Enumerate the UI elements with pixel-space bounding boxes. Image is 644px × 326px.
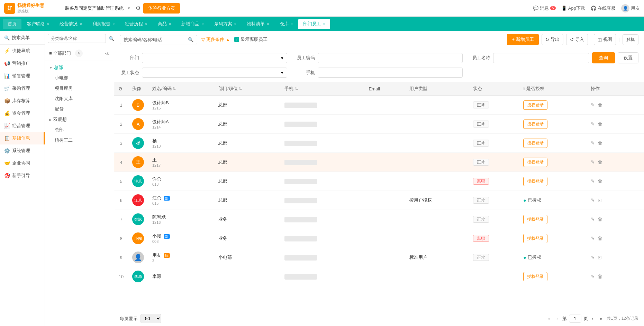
dept-node-project[interactable]: 项目库房 — [45, 83, 114, 94]
row-auth[interactable]: 授权登录 — [519, 267, 587, 286]
tab-bom[interactable]: 物料清单 × — [242, 19, 274, 29]
filter-status-select[interactable]: ▾ — [142, 68, 287, 78]
filter-dept-select[interactable]: ▾ — [142, 53, 287, 63]
sidebar-item-guide[interactable]: 🎯 新手引导 — [0, 169, 45, 182]
sidebar-item-purchase[interactable]: 🛒 采购管理 — [0, 82, 45, 95]
delete-icon[interactable]: 🗑 — [598, 140, 602, 146]
row-auth[interactable]: 授权登录 — [519, 210, 587, 229]
row-auth[interactable]: 授权登录 — [519, 96, 587, 115]
dept-collapse-btn[interactable]: ≪ — [105, 51, 110, 56]
page-size-select[interactable]: 50 100 200 — [140, 314, 161, 323]
add-employee-btn[interactable]: + 新增员工 — [507, 34, 538, 45]
page-input[interactable] — [569, 315, 581, 323]
col-phone[interactable]: 手机 ⇅ — [280, 82, 364, 96]
message-btn[interactable]: 💬 消息 5 — [533, 5, 556, 11]
dept-search-input[interactable] — [48, 34, 106, 43]
edit-icon[interactable]: ✎ — [591, 159, 595, 165]
tab-operation[interactable]: 经营情况 × — [55, 19, 87, 29]
auth-btn[interactable]: 授权登录 — [523, 100, 547, 110]
tab-warehouse[interactable]: 仓库 × — [275, 19, 298, 29]
col-name[interactable]: 姓名/编码 ⇅ — [148, 82, 214, 96]
dept-node-distribution[interactable]: 配货 — [45, 104, 114, 114]
next-page-btn[interactable]: › — [590, 315, 596, 323]
app-download-btn[interactable]: 📱 App下载 — [561, 5, 585, 11]
delete-icon[interactable]: 🗑 — [598, 159, 602, 165]
delete-icon[interactable]: 🗑 — [598, 274, 602, 279]
sidebar-search-menu[interactable]: 🔍 搜索菜单 — [0, 31, 45, 45]
filter-set-btn[interactable]: 设置 — [618, 52, 638, 63]
tab-goods[interactable]: 商品 × — [153, 19, 176, 29]
dept-edit-btn[interactable]: ✎ — [75, 50, 83, 57]
edit-icon[interactable]: ✎ — [591, 197, 595, 203]
dept-node-small-elec[interactable]: 小电部 — [45, 73, 114, 83]
filter-search-btn[interactable]: 查询 — [592, 52, 615, 63]
export-btn[interactable]: ↻ 导出 — [542, 34, 563, 45]
sidebar-item-management[interactable]: 📈 经营管理 — [0, 120, 45, 132]
dept-node-planting[interactable]: 植树王二 — [45, 135, 114, 146]
copy-icon[interactable]: ⊡ — [598, 197, 602, 203]
tab-barcode[interactable]: 条码方案 × — [209, 19, 241, 29]
delete-icon[interactable]: 🗑 — [598, 121, 602, 127]
sidebar-item-finance[interactable]: 💰 资金管理 — [0, 107, 45, 120]
auth-btn[interactable]: 授权登录 — [523, 120, 547, 129]
sidebar-item-collab[interactable]: 🤝 企业协同 — [0, 157, 45, 169]
auth-btn[interactable]: 授权登录 — [523, 177, 547, 186]
filter-empcode-input[interactable] — [318, 53, 463, 63]
dropdown-arrow[interactable]: ▾ — [128, 6, 130, 11]
sidebar-item-system[interactable]: ⚙️ 系统管理 — [0, 144, 45, 157]
dept-node-shuanglu[interactable]: ▶ 双鹿想 — [45, 114, 114, 125]
last-page-btn[interactable]: » — [598, 315, 605, 323]
sidebar-item-marketing[interactable]: 📢 营销推广 — [0, 57, 45, 70]
search-submit-icon[interactable]: 🔍 — [188, 37, 193, 42]
edit-icon[interactable]: ✎ — [591, 140, 595, 146]
row-auth[interactable]: 授权登录 — [519, 172, 587, 191]
dept-node-hq[interactable]: 总部 — [45, 125, 114, 135]
first-page-btn[interactable]: « — [545, 315, 552, 323]
tab-new-goods[interactable]: 新增商品 × — [176, 19, 208, 29]
edit-icon[interactable]: ✎ — [591, 274, 595, 279]
col-dept[interactable]: 部门/职位 ⇅ — [214, 82, 280, 96]
auth-btn[interactable]: 授权登录 — [523, 158, 547, 167]
delete-icon[interactable]: 🗑 — [598, 102, 602, 108]
row-auth[interactable]: 授权登录 — [519, 115, 587, 134]
row-auth[interactable]: 授权登录 — [519, 229, 587, 248]
col-settings[interactable]: ⚙ — [114, 82, 128, 96]
auth-btn[interactable]: 授权登录 — [523, 234, 547, 243]
dept-search-icon[interactable]: 🔍 — [109, 36, 114, 41]
tab-customer[interactable]: 客户联络 × — [22, 19, 54, 29]
show-resigned-toggle[interactable]: ✓ 显示离职员工 — [234, 36, 267, 43]
sidebar-item-basic[interactable]: 📋 基础信息 — [0, 132, 45, 144]
sidebar-item-inventory[interactable]: 📦 库存核算 — [0, 95, 45, 107]
row-auth[interactable]: 授权登录 — [519, 134, 587, 153]
more-filter-btn[interactable]: ▽ 更多条件 ▲ — [201, 36, 230, 43]
row-auth[interactable]: 授权登录 — [519, 153, 587, 172]
tab-home[interactable]: 首页 — [3, 19, 21, 29]
auth-btn[interactable]: 授权登录 — [523, 272, 547, 281]
edit-icon[interactable]: ✎ — [591, 217, 595, 222]
delete-icon[interactable]: 🗑 — [598, 217, 602, 222]
edit-icon[interactable]: ✎ — [591, 102, 595, 108]
filter-phone-input[interactable] — [318, 68, 463, 78]
tab-history[interactable]: 经营历程 × — [120, 19, 152, 29]
edit-icon[interactable]: ✎ — [591, 121, 595, 127]
online-service-btn[interactable]: 🎧 在线客服 — [591, 5, 616, 11]
dept-node-general[interactable]: ▼ 总部 — [45, 62, 114, 73]
settings-btn[interactable]: ⚙ — [136, 5, 140, 11]
edit-icon[interactable]: ✎ — [591, 255, 595, 260]
filter-empname-input[interactable] — [493, 53, 589, 63]
delete-icon[interactable]: 🗑 — [598, 178, 602, 184]
trial-button[interactable]: 体验行业方案 — [143, 3, 180, 14]
edit-icon[interactable]: ✎ — [591, 178, 595, 184]
prev-page-btn[interactable]: ‹ — [554, 315, 560, 323]
tab-profit[interactable]: 利润报告 × — [88, 19, 119, 29]
view-btn[interactable]: ◫ 视图 — [594, 34, 616, 45]
resigned-checkbox[interactable]: ✓ — [234, 37, 239, 42]
copy-icon[interactable]: ⊡ — [598, 255, 602, 260]
user-btn[interactable]: 👤 用友 — [621, 4, 640, 12]
import-btn[interactable]: ↺ 导入 — [566, 34, 588, 45]
search-input[interactable] — [124, 37, 186, 42]
sidebar-item-quicknav[interactable]: ⚡ 快捷导航 — [0, 45, 45, 57]
auth-btn[interactable]: 授权登录 — [523, 215, 547, 224]
dept-node-shenyang[interactable]: 沈阳大库 — [45, 94, 114, 104]
more-btn[interactable]: 触机 — [623, 34, 638, 45]
